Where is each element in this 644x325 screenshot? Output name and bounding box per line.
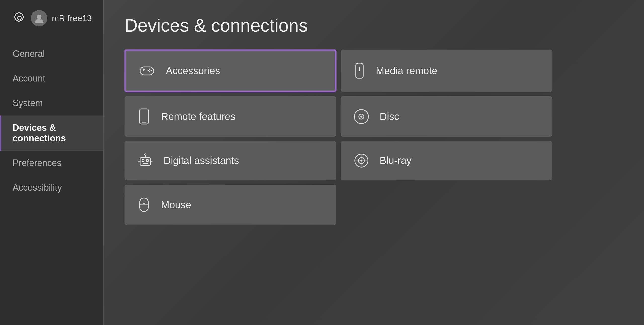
- remote-icon: [353, 62, 366, 79]
- svg-rect-17: [146, 159, 148, 161]
- grid-item-label-blu-ray: Blu-ray: [380, 155, 412, 166]
- username: mR free13: [52, 13, 92, 23]
- svg-point-20: [145, 154, 146, 155]
- grid-item-mouse[interactable]: Mouse: [125, 185, 336, 225]
- grid-item-disc[interactable]: Disc: [341, 96, 552, 137]
- page-title: Devices & connections: [125, 15, 624, 36]
- svg-point-7: [149, 71, 150, 72]
- grid-item-media-remote[interactable]: Media remote: [341, 50, 552, 92]
- svg-point-6: [148, 70, 149, 71]
- mouse-icon: [137, 196, 151, 214]
- svg-rect-1: [140, 67, 154, 75]
- sidebar-item-accessibility[interactable]: Accessibility: [0, 175, 104, 200]
- grid-item-label-disc: Disc: [380, 111, 399, 122]
- grid-item-label-accessories: Accessories: [166, 65, 220, 76]
- sidebar: mR free13 GeneralAccountSystemDevices & …: [0, 0, 104, 325]
- grid-item-label-media-remote: Media remote: [376, 65, 437, 76]
- grid-item-label-mouse: Mouse: [161, 199, 191, 211]
- svg-rect-16: [142, 159, 144, 161]
- sidebar-item-system[interactable]: System: [0, 91, 104, 115]
- svg-point-4: [149, 69, 150, 70]
- avatar: [31, 10, 47, 26]
- grid-item-remote-features[interactable]: Remote features: [125, 96, 336, 137]
- sidebar-header: mR free13: [0, 10, 104, 42]
- main-content: Devices & connections Accessories Media …: [104, 0, 644, 325]
- sidebar-item-account[interactable]: Account: [0, 66, 104, 91]
- svg-point-0: [37, 15, 42, 19]
- sidebar-nav: GeneralAccountSystemDevices & connection…: [0, 42, 104, 200]
- grid-item-accessories[interactable]: Accessories: [125, 50, 336, 92]
- svg-point-14: [360, 115, 363, 117]
- gear-icon[interactable]: [13, 11, 26, 25]
- phone-icon: [137, 108, 151, 125]
- sidebar-item-devices[interactable]: Devices & connections: [0, 115, 104, 151]
- grid-item-blu-ray[interactable]: Blu-ray: [341, 141, 552, 180]
- disc-icon: [353, 108, 370, 125]
- grid-item-label-remote-features: Remote features: [161, 111, 235, 122]
- svg-rect-15: [140, 157, 150, 166]
- sidebar-item-general[interactable]: General: [0, 42, 104, 66]
- svg-point-5: [151, 70, 152, 71]
- gamepad-icon: [138, 62, 156, 79]
- svg-rect-10: [140, 109, 148, 124]
- robot-icon: [137, 152, 153, 169]
- sidebar-item-preferences[interactable]: Preferences: [0, 151, 104, 175]
- grid-container: Accessories Media remote Remote features…: [125, 50, 552, 225]
- grid-item-label-digital-assistants: Digital assistants: [164, 155, 239, 166]
- bluray-icon: [353, 152, 370, 169]
- grid-item-digital-assistants[interactable]: Digital assistants: [125, 141, 336, 180]
